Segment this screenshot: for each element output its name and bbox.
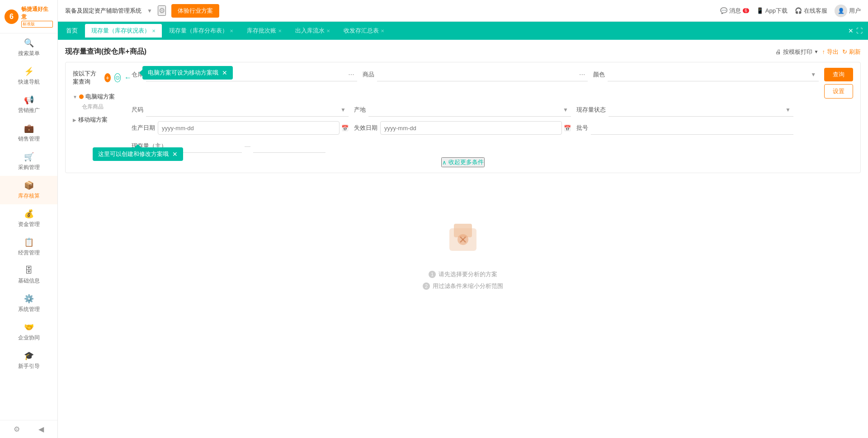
user-item[interactable]: 👤 用户 (835, 5, 861, 17)
expire-date-field: 失效日期 📅 (354, 121, 571, 135)
tab-controls: ✕ ⛶ (848, 27, 866, 34)
scheme-sub: 仓库商品 (73, 102, 132, 112)
produce-date-input[interactable] (158, 121, 340, 135)
tooltip-create-scheme: 这里可以创建和修改方案哦 ✕ (93, 147, 183, 161)
sidebar-nav: 🔍 搜索菜单 ⚡ 快速导航 📢 营销推广 💼 销售管理 🛒 采购管理 📦 库存核… (0, 33, 57, 420)
filter-area: 电脑方案可设为移动方案哦 ✕ 这里可以创建和修改方案哦 ✕ 按以下方案查询 + … (65, 62, 861, 173)
produce-date-calendar-icon[interactable]: 📅 (341, 125, 349, 132)
page-title-bar: 现存量查询(按仓库+商品) 🖨 按模板打印 ▼ ↑ 导出 ↻ 刷新 (65, 47, 861, 57)
tab-bar: 首页 现存量（库存状况表） ✕ 现存量（库存分布表） ✕ 库存批次账 ✕ 出入库… (58, 22, 868, 40)
sidebar-item-inventory[interactable]: 📦 库存核算 (0, 176, 57, 204)
goods-label: 商品 (363, 71, 374, 79)
filter-content: 按以下方案查询 + ⊙ ← ▼ 电脑端方案 (73, 68, 853, 153)
sidebar-item-operations[interactable]: 📋 经营管理 (0, 233, 57, 261)
gear-button[interactable]: ⚙ (158, 5, 166, 16)
export-icon: ↑ (822, 48, 826, 55)
sidebar-item-finance[interactable]: 💰 资金管理 (0, 204, 57, 233)
print-icon: 🖨 (775, 48, 781, 55)
corp-icon: 🤝 (24, 322, 34, 332)
sidebar-item-corp[interactable]: 🤝 企业协同 (0, 318, 57, 346)
filter-bottom: ∧ 收起更多条件 (73, 157, 853, 167)
filter-right: 仓库 ··· 商品 ··· (132, 68, 853, 153)
tooltip-scheme: 电脑方案可设为移动方案哦 ✕ (142, 66, 233, 80)
print-button[interactable]: 🖨 按模板打印 ▼ (775, 48, 819, 56)
size-label: 尺码 (132, 106, 143, 114)
goods-ellipsis-icon[interactable]: ··· (579, 71, 585, 79)
tab-batch[interactable]: 库存批次账 ✕ (241, 24, 288, 38)
back-arrow-button[interactable]: ← (124, 74, 132, 82)
goods-input[interactable]: ··· (377, 68, 588, 81)
scheme-item-mobile[interactable]: ▶ 移动端方案 (73, 114, 132, 125)
tab-inout[interactable]: 出入库流水 ✕ (289, 24, 336, 38)
purchase-icon: 🛒 (24, 152, 34, 162)
stock-status-dropdown[interactable]: ▼ (609, 103, 793, 117)
origin-dropdown[interactable]: ▼ (368, 103, 571, 117)
expire-date-calendar-icon[interactable]: 📅 (564, 125, 571, 132)
stock-main-input-to[interactable] (253, 139, 326, 153)
collapse-sidebar-button[interactable]: ◀ (38, 425, 44, 433)
expand-arrow-icon: ▼ (73, 94, 77, 99)
filter-row2: 尺码 ▼ 产地 ▼ (132, 103, 853, 117)
batch-no-field: 批号 (576, 121, 793, 135)
sidebar-item-guide[interactable]: 🎓 新手引导 (0, 346, 57, 375)
add-scheme-button[interactable]: + (104, 73, 111, 82)
online-support-item[interactable]: 🎧 在线客服 (795, 7, 827, 15)
system-icon: ⚙️ (24, 294, 34, 304)
origin-field: 产地 ▼ (354, 103, 571, 117)
tab-close-inventory-dist[interactable]: ✕ (230, 28, 233, 33)
refresh-button[interactable]: ↻ 刷新 (842, 48, 861, 56)
sidebar-item-basic[interactable]: 🗄 基础信息 (0, 261, 57, 289)
app-download-item[interactable]: 📱 App下载 (756, 7, 788, 15)
empty-step2-text: 用过滤条件来缩小分析范围 (433, 282, 503, 290)
print-arrow-icon: ▼ (814, 49, 819, 54)
tab-close-collect[interactable]: ✕ (381, 28, 384, 33)
export-button[interactable]: ↑ 导出 (822, 48, 839, 56)
empty-illustration (440, 215, 486, 261)
sidebar-item-system[interactable]: ⚙️ 系统管理 (0, 289, 57, 318)
query-button[interactable]: 查询 (824, 68, 853, 81)
collapse-up-icon: ∧ (442, 159, 447, 166)
expire-date-label: 失效日期 (354, 124, 377, 132)
tab-home[interactable]: 首页 (60, 24, 84, 38)
reset-button[interactable]: 设置 (824, 84, 853, 99)
stock-main-sep: — (245, 143, 250, 150)
tab-close-all-button[interactable]: ✕ (848, 27, 854, 34)
sidebar-item-sales[interactable]: 💼 销售管理 (0, 119, 57, 147)
empty-state: 1 请先选择要分析的方案 2 用过滤条件来缩小分析范围 (65, 179, 861, 328)
tab-inventory-dist[interactable]: 现存量（库存分布表） ✕ (163, 24, 240, 38)
tab-close-inventory-status[interactable]: ✕ (152, 28, 156, 33)
tab-inventory-status[interactable]: 现存量（库存状况表） ✕ (85, 24, 162, 38)
flash-icon: ⚡ (24, 66, 34, 76)
message-icon: 💬 (720, 7, 727, 14)
expire-date-input[interactable] (380, 121, 562, 135)
settings-button[interactable]: ⚙ (14, 425, 20, 433)
inventory-icon: 📦 (24, 180, 34, 190)
logo-icon: 6 (5, 9, 19, 24)
warehouse-ellipsis-icon[interactable]: ··· (348, 71, 354, 79)
goods-field: 商品 ··· (363, 68, 588, 81)
batch-no-input[interactable] (591, 121, 793, 135)
origin-label: 产地 (354, 106, 366, 114)
tab-expand-button[interactable]: ⛶ (856, 27, 863, 34)
industry-plan-button[interactable]: 体验行业方案 (171, 4, 219, 18)
tooltip-scheme-close[interactable]: ✕ (222, 69, 227, 76)
sidebar-item-search[interactable]: 🔍 搜索菜单 (0, 33, 57, 62)
page-area: 现存量查询(按仓库+商品) 🖨 按模板打印 ▼ ↑ 导出 ↻ 刷新 (58, 40, 868, 438)
scheme-item-desktop[interactable]: ▼ 电脑端方案 (73, 91, 132, 102)
sidebar-item-quicknav[interactable]: ⚡ 快速导航 (0, 62, 57, 90)
color-dropdown[interactable]: ▼ (608, 68, 819, 81)
notifications-item[interactable]: 💬 消息 6 (720, 7, 749, 15)
active-dot-icon (79, 94, 84, 99)
tab-collect[interactable]: 收发存汇总表 ✕ (337, 24, 391, 38)
tooltip-create-close[interactable]: ✕ (172, 151, 178, 158)
sidebar-footer: ⚙ ◀ (0, 420, 57, 438)
collapse-filter-button[interactable]: ∧ 收起更多条件 (441, 157, 485, 167)
main-area: 装备及固定资产辅助管理系统 ▼ ⚙ 体验行业方案 💬 消息 6 📱 App下载 … (58, 0, 868, 438)
scheme-sub-label: 仓库商品 (82, 102, 132, 112)
sidebar-item-marketing[interactable]: 📢 营销推广 (0, 90, 57, 119)
size-dropdown[interactable]: ▼ (146, 103, 349, 117)
copy-scheme-button[interactable]: ⊙ (114, 73, 121, 82)
sidebar-item-purchase[interactable]: 🛒 采购管理 (0, 147, 57, 176)
tab-close-inout[interactable]: ✕ (326, 28, 330, 33)
tab-close-batch[interactable]: ✕ (278, 28, 282, 33)
